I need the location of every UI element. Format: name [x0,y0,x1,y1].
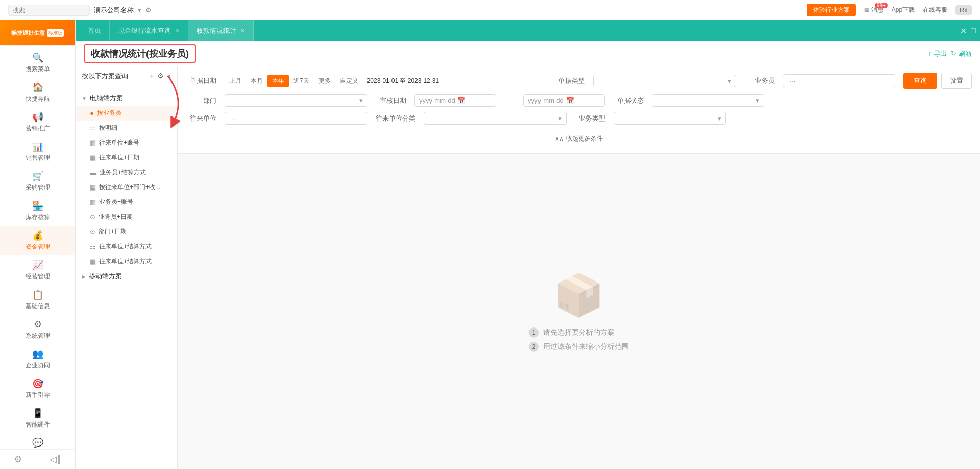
message-count: 99+ [875,3,888,8]
trial-button[interactable]: 体验行业方案 [807,4,856,16]
tree-group-desktop-header[interactable]: ▼ 电脑端方案 [76,90,177,106]
sidebar-bottom: ⚙ ◁‖ [0,449,75,469]
sidebar-item-finance[interactable]: 💰 资金管理 [0,226,75,255]
search-input[interactable] [8,5,90,16]
wechat-icon: 💬 [32,437,43,449]
sidebar-item-hardware[interactable]: 📱 智能硬件 [0,404,75,433]
counterpart-select[interactable]: ··· [225,112,368,125]
sidebar-item-system[interactable]: ⚙ 系统管理 [0,315,75,344]
right-panel: 单据日期 上月 本月 本年 近7天 更多 自定义 2023-01-01 至 20… [178,66,980,469]
voucher-type-select[interactable]: ▾ [593,75,736,87]
sidebar-label-guide: 新手引导 [26,391,50,400]
sidebar-item-marketing[interactable]: 📢 营销推广 [0,107,75,137]
salesman-scheme-icon: ● [90,109,94,117]
salesman-select[interactable]: ··· [783,74,895,87]
app-download[interactable]: App下载 [892,6,915,14]
company-name[interactable]: 演示公司名称 [94,6,134,15]
tab-home[interactable]: 首页 [80,20,110,41]
tree-item-unit-payment1[interactable]: ⚏ 往来单位+结算方式 [76,239,177,254]
voucher-status-chevron: ▾ [756,97,760,104]
tip-num-1: 1 [529,327,539,338]
gear-icon[interactable]: ⚙ [145,6,152,14]
tree-item-detail-label: 按明细 [99,124,117,132]
panel-collapse-icon[interactable]: « [167,72,171,81]
collapse-label: 收起更多条件 [566,134,603,143]
dept-label: 部门 [186,96,216,105]
business-type-chevron: ▾ [718,114,721,122]
export-button[interactable]: ↑ 导出 [928,49,947,58]
salesman-dots[interactable]: ··· [790,77,796,85]
date-filter-group: 上月 本月 本年 近7天 更多 自定义 2023-01-01 至 2023-12… [225,75,546,87]
date-tab-custom[interactable]: 自定义 [335,75,363,87]
tree-item-salesman-payment[interactable]: ▬ 业务员+结算方式 [76,165,177,180]
sidebar-settings-icon[interactable]: ⚙ [14,454,22,465]
close-window-icon[interactable]: ✕ [960,26,967,36]
review-date-end[interactable]: yyyy-mm-dd 📅 [523,94,605,107]
scheme-settings-icon[interactable]: ⚙ [157,72,164,81]
sidebar-item-basic[interactable]: 📋 基础信息 [0,285,75,315]
collapse-button[interactable]: ∧∧ 收起更多条件 [555,134,603,143]
add-scheme-icon[interactable]: + [150,72,154,81]
settings-button[interactable]: 设置 [941,73,972,89]
tab-collection-stats[interactable]: 收款情况统计 ✕ [188,20,254,41]
tab-bank-flow-label: 现金银行流水查询 [118,26,171,35]
calendar-icon-end: 📅 [566,97,574,104]
tab-bar: 首页 现金银行流水查询 ✕ 收款情况统计 ✕ ✕ □ [76,20,980,41]
inventory-icon: 🏪 [32,200,43,212]
tree-item-salesman[interactable]: ● 按业务员 [76,106,177,121]
tree-item-unit-date[interactable]: ▦ 往来单位+日期 [76,150,177,165]
sidebar-item-operation[interactable]: 📈 经营管理 [0,255,75,285]
review-date-start[interactable]: yyyy-mm-dd 📅 [414,94,496,107]
refresh-icon: ↻ [951,50,957,57]
layout: 畅捷通好生意 标准版 🔍 搜索菜单 🏠 快捷导航 📢 营销推广 📊 销售管理 🛒 [0,0,980,469]
guide-icon: 🎯 [32,378,43,389]
maximize-icon[interactable]: □ [971,26,976,35]
date-tab-7days[interactable]: 近7天 [289,75,314,87]
voucher-status-label: 单据状态 [613,96,644,105]
online-service[interactable]: 在线客服 [923,6,947,14]
tab-bank-flow-close[interactable]: ✕ [175,28,180,34]
tree-item-salesman-account[interactable]: ▦ 业务员+账号 [76,195,177,209]
tree-group-mobile-header[interactable]: ▶ 移动端方案 [76,269,177,284]
sidebar-item-wechat[interactable]: 💬 企业微信 [0,433,75,449]
message-badge-area[interactable]: ✉ 消息 99+ [864,6,884,14]
search-icon: 🔍 [32,52,43,63]
voucher-status-select[interactable]: ▾ [652,94,764,107]
message-icon: ✉ [864,7,869,14]
sidebar-item-purchase[interactable]: 🛒 采购管理 [0,167,75,196]
dropdown-icon[interactable]: ▾ [138,6,141,14]
sidebar-item-inventory[interactable]: 🏪 库存核算 [0,196,75,226]
sidebar: 畅捷通好生意 标准版 🔍 搜索菜单 🏠 快捷导航 📢 营销推广 📊 销售管理 🛒 [0,20,76,469]
user-avatar[interactable]: Rit [955,5,972,15]
sidebar-item-sales[interactable]: 📊 销售管理 [0,137,75,167]
counterpart-dots[interactable]: ··· [231,114,237,122]
date-tab-this-year[interactable]: 本年 [267,75,289,87]
tree-item-unit-dept[interactable]: ▦ 按往来单位+部门+收... [76,180,177,195]
tree-item-unit-payment2[interactable]: ▦ 往来单位+结算方式 [76,254,177,269]
tree-item-salesman-payment-label: 业务员+结算方式 [100,168,146,177]
sidebar-item-nav[interactable]: 🏠 快捷导航 [0,78,75,107]
query-button[interactable]: 查询 [903,73,937,89]
logo-area: 畅捷通好生意 标准版 [0,20,75,46]
tree-item-dept-date[interactable]: ⊙ 部门+日期 [76,224,177,239]
tree-item-unit-account[interactable]: ▦ 往来单位+账号 [76,135,177,150]
tab-bank-flow[interactable]: 现金银行流水查询 ✕ [110,20,188,41]
sidebar-item-collab[interactable]: 👥 企业协同 [0,344,75,374]
business-type-select[interactable]: ▾ [614,112,726,125]
date-tab-more[interactable]: 更多 [314,75,335,87]
date-tab-last-month[interactable]: 上月 [225,75,246,87]
date-tab-this-month[interactable]: 本月 [246,75,267,87]
sidebar-collapse-icon[interactable]: ◁‖ [50,454,61,465]
dept-select[interactable]: ▾ [225,94,368,107]
left-panel: 按以下方案查询 + ⚙ « ▼ 电脑端方案 [76,66,178,469]
tab-collection-stats-close[interactable]: ✕ [240,28,245,34]
tree-item-detail[interactable]: ⚏ 按明细 [76,121,177,135]
sidebar-item-search[interactable]: 🔍 搜索菜单 [0,48,75,78]
sidebar-label-collab: 企业协同 [26,361,50,370]
sidebar-label-hardware: 智能硬件 [26,420,50,429]
tree-item-salesman-date[interactable]: ⊙ 业务员+日期 [76,209,177,224]
sidebar-item-guide[interactable]: 🎯 新手引导 [0,374,75,404]
empty-illustration: 📦 [553,271,604,319]
counterpart-category-select[interactable]: ▾ [424,112,567,125]
refresh-button[interactable]: ↻ 刷新 [951,49,972,58]
